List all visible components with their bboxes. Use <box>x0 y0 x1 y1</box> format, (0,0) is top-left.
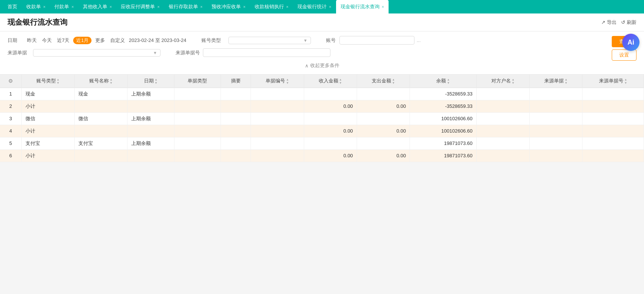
close-icon-other-income[interactable]: × <box>110 0 112 13</box>
top-nav: 首页收款单×付款单×其他收入单×应收应付调整单×银行存取款单×预收冲应收单×收款… <box>0 0 644 13</box>
col-doc-type: 单据类型 <box>174 75 221 88</box>
date-label: 日期 <box>8 37 23 44</box>
account-label: 账号 <box>326 37 336 44</box>
source-doc-no-input[interactable] <box>203 48 330 57</box>
gear-icon[interactable]: ⚙ <box>8 78 13 84</box>
ai-badge[interactable]: Ai <box>622 34 639 51</box>
export-button[interactable]: ↗ 导出 <box>601 19 617 26</box>
setting-button[interactable]: 设置 <box>612 49 636 61</box>
date-opt-custom[interactable]: 自定义 <box>109 37 126 44</box>
nav-item-other-income[interactable]: 其他收入单× <box>78 0 116 13</box>
col-gear[interactable]: ⚙ <box>0 75 21 88</box>
source-doc-chevron-icon: ▼ <box>153 51 157 55</box>
table-row: 3微信微信上期余额100102606.60 <box>0 112 644 125</box>
account-more-button[interactable]: ... <box>414 36 423 44</box>
close-icon-receipt[interactable]: × <box>43 0 45 13</box>
table-header-row: ⚙ 账号类型▲▼ 账号名称▲▼ 日期▲▼ 单据类型 摘要 单据编号▲▼ 收入金额… <box>0 75 644 88</box>
page-header: 现金银行流水查询 ↗ 导出 ↺ 刷新 <box>0 13 644 31</box>
close-icon-cash-bank-stat[interactable]: × <box>329 0 331 13</box>
nav-item-receipt[interactable]: 收款单× <box>22 0 50 13</box>
nav-item-payment[interactable]: 付款单× <box>50 0 78 13</box>
nav-item-home[interactable]: 首页 <box>3 0 22 13</box>
ai-label: Ai <box>627 39 634 46</box>
col-source-doc: 来源单据▲▼ <box>530 75 582 88</box>
close-icon-pre-collect[interactable]: × <box>243 0 245 13</box>
date-range: 2023-02-24 至 2023-03-24 <box>129 37 186 44</box>
close-icon-collect-exec[interactable]: × <box>286 0 288 13</box>
col-balance: 余额▲▼ <box>410 75 477 88</box>
date-opt-yesterday[interactable]: 昨天 <box>26 37 38 44</box>
close-icon-cash-bank-flow[interactable]: × <box>382 0 384 13</box>
data-table: ⚙ 账号类型▲▼ 账号名称▲▼ 日期▲▼ 单据类型 摘要 单据编号▲▼ 收入金额… <box>0 75 644 162</box>
refresh-icon: ↺ <box>621 19 625 25</box>
source-doc-select[interactable]: ▼ <box>33 49 161 57</box>
nav-item-pre-collect[interactable]: 预收冲应收单× <box>207 0 250 13</box>
col-income: 收入金额▲▼ <box>304 75 357 88</box>
date-filter-row: 日期 昨天 今天 近7天 近1月 更多 自定义 2023-02-24 至 202… <box>8 36 612 45</box>
header-actions: ↗ 导出 ↺ 刷新 <box>601 19 636 26</box>
table-row: 5支付宝支付宝上期余额19871073.60 <box>0 137 644 149</box>
col-doc-no: 单据编号▲▼ <box>251 75 304 88</box>
col-account-name: 账号名称▲▼ <box>74 75 127 88</box>
close-icon-bank-deposit[interactable]: × <box>200 0 203 13</box>
table-row: 6小计0.000.0019871073.60 <box>0 149 644 162</box>
filter-row-top: 日期 昨天 今天 近7天 近1月 更多 自定义 2023-02-24 至 202… <box>8 36 636 61</box>
account-type-label: 账号类型 <box>201 37 222 44</box>
date-opt-more[interactable]: 更多 <box>94 37 107 44</box>
filter-left: 日期 昨天 今天 近7天 近1月 更多 自定义 2023-02-24 至 202… <box>8 36 612 61</box>
date-opt-last1m[interactable]: 近1月 <box>73 37 92 44</box>
close-icon-payment[interactable]: × <box>71 0 74 13</box>
table-row: 1现金现金上期余额-3528659.33 <box>0 88 644 100</box>
account-type-chevron-icon: ▼ <box>303 38 308 43</box>
table-container: ⚙ 账号类型▲▼ 账号名称▲▼ 日期▲▼ 单据类型 摘要 单据编号▲▼ 收入金额… <box>0 75 644 162</box>
nav-item-bank-deposit[interactable]: 银行存取款单× <box>164 0 207 13</box>
account-type-select[interactable]: ▼ <box>228 37 311 44</box>
col-summary: 摘要 <box>221 75 251 88</box>
col-expense: 支出金额▲▼ <box>357 75 410 88</box>
col-account-type: 账号类型▲▼ <box>21 75 74 88</box>
source-doc-label: 来源单据 <box>8 49 27 56</box>
close-icon-adjust[interactable]: × <box>157 0 159 13</box>
table-row: 2小计0.000.00-3528659.33 <box>0 100 644 112</box>
collapse-bar[interactable]: ∧ 收起更多条件 <box>8 61 636 71</box>
refresh-button[interactable]: ↺ 刷新 <box>621 19 636 26</box>
col-date: 日期▲▼ <box>128 75 174 88</box>
page-title: 现金银行流水查询 <box>8 17 68 27</box>
nav-item-cash-bank-flow[interactable]: 现金银行流水查询× <box>336 0 389 13</box>
date-options: 昨天 今天 近7天 近1月 更多 自定义 <box>26 37 126 44</box>
filter-area: 日期 昨天 今天 近7天 近1月 更多 自定义 2023-02-24 至 202… <box>0 31 644 75</box>
source-doc-filter-row: 来源单据 ▼ 来源单据号 <box>8 48 612 57</box>
nav-item-cash-bank-stat[interactable]: 现金银行统计× <box>293 0 336 13</box>
date-opt-today[interactable]: 今天 <box>41 37 53 44</box>
export-icon: ↗ <box>601 19 605 25</box>
nav-item-collect-exec[interactable]: 收款核销执行× <box>250 0 293 13</box>
source-doc-no-label: 来源单据号 <box>176 49 200 56</box>
account-input[interactable] <box>339 36 414 45</box>
collapse-label: 收起更多条件 <box>310 62 339 69</box>
collapse-up-icon: ∧ <box>305 63 309 69</box>
col-source-doc-no: 来源单据号▲▼ <box>582 75 644 88</box>
date-opt-last7[interactable]: 近7天 <box>56 37 71 44</box>
nav-item-adjust[interactable]: 应收应付调整单× <box>116 0 164 13</box>
table-row: 4小计0.000.00100102606.60 <box>0 125 644 137</box>
col-counterpart: 对方户名▲▼ <box>476 75 529 88</box>
